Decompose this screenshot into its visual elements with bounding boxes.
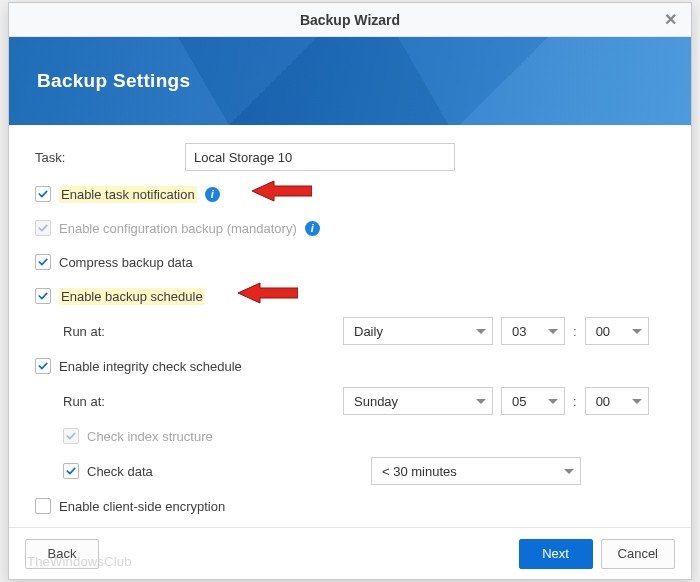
chevron-down-icon [476, 399, 486, 404]
backup-runat-label: Run at: [63, 324, 335, 339]
backup-hour-value: 03 [512, 324, 526, 339]
enable-integrity-checkbox[interactable] [35, 358, 51, 374]
close-icon[interactable]: ✕ [659, 9, 681, 31]
cancel-button[interactable]: Cancel [601, 539, 675, 569]
window-title: Backup Wizard [300, 12, 400, 28]
backup-hour-select[interactable]: 03 [501, 317, 565, 345]
chevron-down-icon [548, 329, 558, 334]
chevron-down-icon [632, 329, 642, 334]
integrity-day-select[interactable]: Sunday [343, 387, 493, 415]
integrity-minute-select[interactable]: 00 [585, 387, 649, 415]
svg-marker-0 [252, 181, 312, 201]
enable-schedule-label: Enable backup schedule [59, 288, 205, 305]
chevron-down-icon [564, 469, 574, 474]
enable-schedule-checkbox[interactable] [35, 288, 51, 304]
enable-integrity-label: Enable integrity check schedule [59, 359, 242, 374]
check-data-label: Check data [87, 464, 153, 479]
backup-minute-value: 00 [596, 324, 610, 339]
enable-notification-checkbox[interactable] [35, 186, 51, 202]
integrity-day-value: Sunday [354, 394, 398, 409]
integrity-runat-label: Run at: [63, 394, 335, 409]
watermark: TheWindowsClub [27, 554, 132, 569]
enable-config-backup-label: Enable configuration backup (mandatory) [59, 221, 297, 236]
chevron-down-icon [632, 399, 642, 404]
banner: Backup Settings [9, 37, 691, 125]
backup-day-select[interactable]: Daily [343, 317, 493, 345]
next-button[interactable]: Next [519, 539, 593, 569]
check-data-duration-value: < 30 minutes [382, 464, 457, 479]
backup-day-value: Daily [354, 324, 383, 339]
chevron-down-icon [548, 399, 558, 404]
integrity-minute-value: 00 [596, 394, 610, 409]
info-icon[interactable]: i [205, 187, 220, 202]
page-title: Backup Settings [37, 70, 190, 92]
time-colon: : [573, 324, 577, 339]
svg-marker-1 [238, 283, 298, 303]
integrity-hour-value: 05 [512, 394, 526, 409]
footer: Back Next Cancel [9, 527, 691, 579]
check-data-duration-select[interactable]: < 30 minutes [371, 457, 581, 485]
compress-label: Compress backup data [59, 255, 193, 270]
annotation-arrow-icon [238, 281, 298, 305]
chevron-down-icon [476, 329, 486, 334]
enable-config-backup-checkbox [35, 220, 51, 236]
annotation-arrow-icon [252, 179, 312, 203]
check-data-checkbox[interactable] [63, 463, 79, 479]
check-index-checkbox [63, 428, 79, 444]
client-encryption-checkbox[interactable] [35, 498, 51, 514]
integrity-hour-select[interactable]: 05 [501, 387, 565, 415]
time-colon: : [573, 394, 577, 409]
backup-minute-select[interactable]: 00 [585, 317, 649, 345]
backup-wizard-window: Backup Wizard ✕ Backup Settings Task: En… [8, 2, 692, 580]
task-label: Task: [35, 150, 185, 165]
check-index-label: Check index structure [87, 429, 213, 444]
content-area: Task: Enable task notification i Enable … [9, 125, 691, 527]
task-input[interactable] [185, 143, 455, 171]
compress-checkbox[interactable] [35, 254, 51, 270]
enable-notification-label: Enable task notification [59, 186, 197, 203]
info-icon[interactable]: i [305, 221, 320, 236]
titlebar: Backup Wizard ✕ [9, 3, 691, 37]
client-encryption-label: Enable client-side encryption [59, 499, 225, 514]
